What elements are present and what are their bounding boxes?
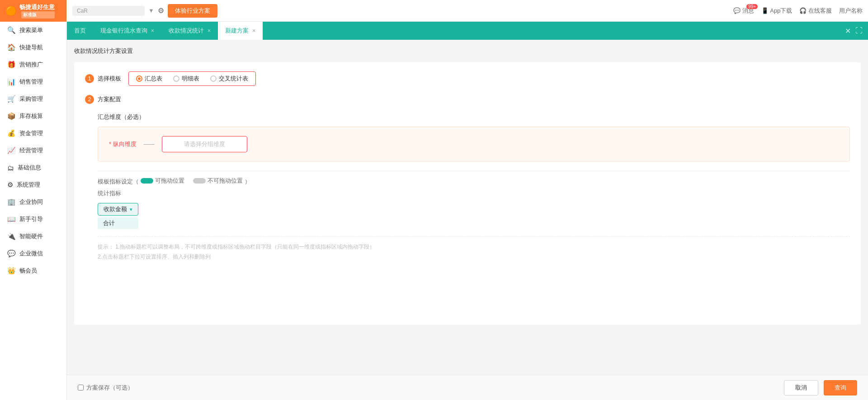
purchase-icon: 🛒: [7, 95, 16, 103]
sidebar-item-hardware[interactable]: 🔌 智能硬件: [0, 228, 66, 245]
hint-2: 2.点击标题栏下拉可设置排序、插入列和删除列: [98, 252, 850, 262]
sidebar-item-finance[interactable]: 💰 资金管理: [0, 125, 66, 142]
sidebar-item-label: 库存核算: [19, 112, 43, 120]
basic-icon: 🗂: [7, 164, 14, 172]
step2-section: 2 方案配置 汇总维度（必选） * 纵向维度 —— 请选择分组维度: [85, 95, 850, 262]
dim-row: * 纵向维度 —— 请选择分组维度: [109, 136, 839, 152]
topbar-dropdown-arrow[interactable]: ▼: [148, 7, 154, 14]
indicator-section: 模板指标设定（ 可拖动位置 不可拖动位置 ）: [98, 177, 850, 229]
sidebar-item-inventory[interactable]: 📦 库存核算: [0, 108, 66, 125]
radio-detail-dot: [173, 75, 179, 82]
sidebar-item-sales[interactable]: 📊 销售管理: [0, 73, 66, 90]
app-download-link[interactable]: 📱 App下载: [761, 7, 792, 15]
undraggable-toggle-off[interactable]: [193, 178, 206, 184]
sidebar-item-operation[interactable]: 📈 经营管理: [0, 142, 66, 159]
tab-receipt-close[interactable]: ×: [208, 28, 211, 34]
sidebar-item-label: 资金管理: [19, 129, 43, 137]
sidebar-item-guide[interactable]: 📖 新手引导: [0, 211, 66, 228]
summary-dim-title: 汇总维度（必选）: [98, 113, 850, 121]
draggable-toggle-on[interactable]: [141, 178, 153, 184]
tab-maximize-icon[interactable]: ⛶: [855, 27, 863, 35]
sidebar-item-label: 企业协同: [19, 198, 43, 206]
draggable-label: 可拖动位置: [155, 177, 184, 185]
main-content: CaR ▼ ⚙ 体验行业方案 💬 消息 99+ 📱 App下载 🎧 在线客服 用…: [67, 0, 868, 400]
topbar-gear-icon[interactable]: ⚙: [158, 6, 164, 15]
inventory-icon: 📦: [7, 112, 16, 120]
online-service-link[interactable]: 🎧 在线客服: [799, 7, 832, 15]
indicator-setting-label: 模板指标设定（ 可拖动位置 不可拖动位置 ）: [98, 177, 850, 186]
sidebar-item-label: 快捷导航: [19, 43, 43, 52]
user-name[interactable]: 用户名称: [839, 7, 863, 15]
indicator-label-text: 模板指标设定（: [98, 178, 139, 185]
finance-icon: 💰: [7, 129, 16, 137]
wechat-icon: 💬: [7, 249, 16, 258]
radio-cross-dot: [210, 75, 217, 82]
step2-badge: 2: [85, 95, 94, 104]
tab-new-plan[interactable]: 新建方案 ×: [218, 22, 263, 40]
topbar: CaR ▼ ⚙ 体验行业方案 💬 消息 99+ 📱 App下载 🎧 在线客服 用…: [67, 0, 868, 22]
undraggable-indicator: 不可拖动位置: [193, 177, 243, 185]
indicator-tag-row: 统计指标 收款金额 ▾ 合计: [98, 189, 850, 229]
sidebar-item-wechat[interactable]: 💬 企业微信: [0, 245, 66, 262]
radio-summary-dot: [136, 75, 142, 82]
home-icon: 🏠: [7, 43, 16, 52]
indicator-subtag-total: 合计: [98, 217, 138, 229]
sidebar-item-purchase[interactable]: 🛒 采购管理: [0, 90, 66, 108]
divider: [98, 171, 850, 171]
dim-placeholder-text: 请选择分组维度: [184, 141, 225, 147]
radio-detail-label: 明细表: [182, 75, 199, 83]
radio-detail[interactable]: 明细表: [173, 75, 199, 83]
dimension-area: * 纵向维度 —— 请选择分组维度: [98, 127, 850, 162]
gift-icon: 🎁: [7, 61, 16, 69]
sidebar-logo: 🟠 畅捷通好生意 标准版: [0, 0, 66, 22]
content-area: 收款情况统计方案设置 1 选择模板 汇总表 明细表: [67, 40, 868, 375]
stat-label: 统计指标: [98, 189, 138, 198]
logo-icon: 🟠: [5, 5, 17, 16]
radio-cross[interactable]: 交叉统计表: [210, 75, 248, 83]
footer: 方案保存（可选） 取消 查询: [67, 375, 868, 400]
indicator-column: 统计指标 收款金额 ▾ 合计: [98, 189, 138, 229]
logo-text: 畅捷通好生意: [19, 3, 55, 11]
sidebar-item-enterprise[interactable]: 🏢 企业协同: [0, 193, 66, 211]
message-badge[interactable]: 💬 消息 99+: [733, 7, 754, 15]
indicator-tag-amount[interactable]: 收款金额 ▾: [98, 203, 138, 216]
tab-home[interactable]: 首页: [67, 22, 93, 40]
tab-bank[interactable]: 现金银行流水查询 ×: [93, 22, 161, 40]
sidebar-item-system[interactable]: ⚙ 系统管理: [0, 176, 66, 193]
tab-new-plan-close[interactable]: ×: [252, 28, 255, 34]
tab-receipt[interactable]: 收款情况统计 ×: [161, 22, 218, 40]
topbar-right: 💬 消息 99+ 📱 App下载 🎧 在线客服 用户名称: [733, 7, 863, 15]
cancel-button[interactable]: 取消: [784, 380, 818, 395]
save-checkbox[interactable]: [78, 385, 84, 391]
sidebar-item-search-menu[interactable]: 🔍 搜索菜单: [0, 22, 66, 39]
sidebar-item-member[interactable]: 👑 畅会员: [0, 262, 66, 279]
tab-close-icon[interactable]: ✕: [845, 27, 851, 35]
hint-area: 提示： 1.拖动标题栏可以调整布局，不可跨维度或指标区域拖动栏目字段（只能在同一…: [98, 236, 850, 262]
draggable-indicator: 可拖动位置: [141, 177, 184, 185]
sidebar-item-label: 企业微信: [19, 249, 43, 258]
radio-summary[interactable]: 汇总表: [136, 75, 162, 83]
sidebar-item-label: 系统管理: [17, 181, 40, 189]
dim-row-label: * 纵向维度: [109, 140, 137, 148]
sidebar-item-label: 销售管理: [19, 78, 43, 86]
query-button[interactable]: 查询: [824, 380, 857, 395]
hardware-icon: 🔌: [7, 232, 16, 240]
sidebar-item-basic[interactable]: 🗂 基础信息: [0, 159, 66, 176]
sidebar-item-quick-nav[interactable]: 🏠 快捷导航: [0, 39, 66, 56]
sidebar: 🟠 畅捷通好生意 标准版 🔍 搜索菜单 🏠 快捷导航 🎁 营销推广 📊 销售管理…: [0, 0, 67, 400]
search-menu-icon: 🔍: [7, 26, 16, 34]
radio-summary-label: 汇总表: [145, 75, 162, 83]
message-count: 99+: [746, 4, 758, 9]
tab-bank-close[interactable]: ×: [151, 28, 154, 34]
tab-bank-label: 现金银行流水查询: [100, 27, 147, 35]
sidebar-item-label: 智能硬件: [19, 232, 43, 240]
step2-label: 方案配置: [98, 95, 121, 104]
dim-placeholder-box[interactable]: 请选择分组维度: [162, 136, 247, 152]
industry-plan-button[interactable]: 体验行业方案: [168, 4, 217, 18]
config-card: 1 选择模板 汇总表 明细表 交叉统计表: [74, 62, 861, 325]
sidebar-item-marketing[interactable]: 🎁 营销推广: [0, 56, 66, 73]
topbar-search-box: CaR: [72, 6, 145, 16]
enterprise-icon: 🏢: [7, 198, 16, 206]
hint-1: 提示： 1.拖动标题栏可以调整布局，不可跨维度或指标区域拖动栏目字段（只能在同一…: [98, 242, 850, 252]
sidebar-item-label: 畅会员: [19, 267, 37, 275]
